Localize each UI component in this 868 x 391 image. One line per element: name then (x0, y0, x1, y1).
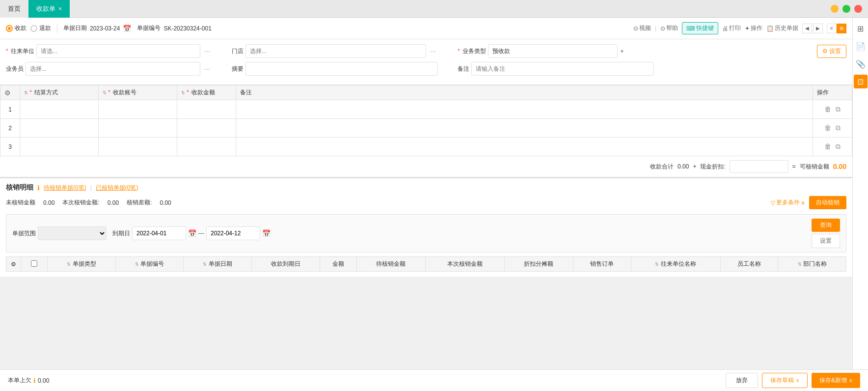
window-controls (831, 5, 868, 13)
done-tab[interactable]: 已核销单据(0笔) (96, 184, 138, 192)
row-amount-2[interactable] (177, 119, 236, 138)
select-all-checkbox[interactable] (31, 260, 37, 267)
range-select[interactable] (38, 226, 107, 240)
tab-close-icon[interactable]: × (58, 5, 62, 12)
auto-verify-button[interactable]: 自动核销 (809, 196, 846, 209)
date-from-calendar[interactable]: 📅 (188, 229, 196, 237)
row-settle-2[interactable] (20, 119, 99, 138)
date-field: 单据日期 2023-03-24 📅 (63, 24, 131, 32)
th-partner-name: ⇅ 往来单位名称 (631, 257, 720, 272)
row-copy-icon-1[interactable]: ⧉ (836, 105, 841, 113)
table-gear-icon[interactable]: ⚙ (4, 89, 11, 97)
verify-label: 可核销金额 (800, 163, 829, 171)
minimize-button[interactable] (831, 5, 839, 13)
date-from-input[interactable] (132, 226, 186, 240)
row-note-1[interactable] (236, 100, 813, 119)
date-range-field: 到期日 📅 — 📅 (112, 226, 271, 240)
history-link[interactable]: 📋 历史单据 (766, 24, 798, 32)
filter-settings-button[interactable]: 设置 (812, 234, 840, 248)
staff-field: 业务员 ··· (6, 62, 212, 76)
row-delete-icon-2[interactable]: 🗑 (824, 124, 831, 132)
settings-button[interactable]: ⚙ 设置 (817, 45, 846, 58)
receipt-table: ⚙ ⇅ * 结算方式 ⇅ * 收款账号 ⇅ * 收款 (0, 85, 852, 156)
row-settle-1[interactable] (20, 100, 99, 119)
th-amount: ⇅ * 收款金额 (177, 85, 236, 100)
date-to-calendar[interactable]: 📅 (262, 229, 271, 237)
tab-home[interactable]: 首页 (0, 0, 28, 18)
row-amount-3[interactable] (177, 138, 236, 156)
sidebar-capture-icon[interactable]: ⊡ (854, 75, 868, 88)
radio-refund[interactable]: 退款 (30, 24, 51, 32)
store-more-btn[interactable]: ··· (428, 47, 438, 55)
th-discount: 折扣分摊额 (504, 257, 573, 272)
partner-input[interactable] (36, 44, 200, 58)
biztype-chevron[interactable]: ▼ (620, 49, 624, 54)
date-to-input[interactable] (206, 226, 260, 240)
row-note-3[interactable] (236, 138, 813, 156)
row-note-2[interactable] (236, 119, 813, 138)
summary-label: 摘要 (232, 65, 244, 73)
biztype-field: * 业务类型 ▼ (458, 44, 624, 58)
gear-icon-bottom[interactable]: ⚙ (11, 261, 16, 268)
sidebar-clip-icon[interactable]: 📎 (854, 57, 868, 71)
summary-input[interactable] (245, 62, 438, 76)
pending-tab[interactable]: 待核销单据(0笔) (44, 184, 86, 192)
date-value: 2023-03-24 (90, 25, 120, 32)
biztype-label: * 业务类型 (458, 47, 486, 56)
th-ops: 操作 (813, 85, 852, 100)
receipt-table-section: ⚙ ⇅ * 结算方式 ⇅ * 收款账号 ⇅ * 收款 (0, 85, 852, 178)
store-field: 门店 ··· (232, 44, 438, 58)
row-account-3[interactable] (99, 138, 177, 156)
diff-value: 0.00 (160, 199, 171, 206)
date-calendar-icon[interactable]: 📅 (123, 25, 131, 32)
tab-receipt-label: 收款单 (36, 4, 55, 13)
row-ops-3: 🗑 ⧉ (813, 138, 852, 156)
table-row: 2 🗑 ⧉ (0, 119, 852, 138)
staff-more-btn[interactable]: ··· (202, 65, 212, 73)
sidebar-doc-icon[interactable]: 📄 (854, 39, 868, 53)
help-link[interactable]: ⊙ 帮助 (660, 24, 678, 32)
remark-input[interactable] (471, 62, 654, 76)
row-num-1: 1 (0, 100, 20, 119)
chevron-up-icon: ∧ (801, 199, 805, 206)
row-amount-1[interactable] (177, 100, 236, 119)
sidebar-table-icon[interactable]: ⊞ (854, 22, 868, 35)
nav-prev[interactable]: ◀ (802, 24, 812, 33)
tab-receipt[interactable]: 收款单 × (28, 0, 70, 18)
row-settle-3[interactable] (20, 138, 99, 156)
radio-receipt-circle (6, 25, 13, 32)
row-account-2[interactable] (99, 119, 177, 138)
info-icon[interactable]: ℹ (37, 184, 40, 192)
discount-input[interactable] (730, 160, 788, 173)
video-link[interactable]: ⊙ 视频 (633, 24, 651, 32)
remark-label: 备注 (458, 65, 469, 73)
print-link[interactable]: 🖨 打印 (722, 24, 741, 32)
type-radio-group: 收款 退款 (6, 24, 51, 32)
row-delete-icon-3[interactable]: 🗑 (824, 142, 831, 150)
more-conditions-btn[interactable]: ▽ 更多条件 ∧ (771, 198, 805, 207)
nav-next[interactable]: ▶ (813, 24, 823, 33)
biztype-input[interactable] (488, 44, 618, 58)
th-due-date: 收款到期日 (251, 257, 320, 272)
row-delete-icon-1[interactable]: 🗑 (824, 105, 831, 113)
layout-grid[interactable]: ⊞ (837, 24, 846, 33)
docno-value: SK-20230324-001 (163, 25, 211, 32)
row-copy-icon-2[interactable]: ⧉ (836, 124, 841, 132)
partner-more-btn[interactable]: ··· (202, 47, 212, 55)
close-button[interactable] (854, 5, 862, 13)
row-copy-icon-3[interactable]: ⧉ (836, 142, 841, 150)
ops-link[interactable]: ✦ 操作 (745, 24, 762, 32)
row-account-1[interactable] (99, 100, 177, 119)
store-input[interactable] (245, 44, 426, 58)
staff-input[interactable] (26, 62, 200, 76)
layout-list[interactable]: ≡ (827, 24, 837, 33)
unchecked-label: 未核销金额 (6, 198, 35, 207)
partner-label: * 往来单位 (6, 47, 34, 56)
right-sidebar: ⊞ 📄 📎 ⊡ (852, 18, 868, 369)
maximize-button[interactable] (842, 5, 850, 13)
summary-row: 收款合计 0.00 + 现金折扣: = 可核销金额 0.00 (0, 156, 852, 178)
radio-receipt[interactable]: 收款 (6, 24, 27, 32)
verify-table-header: ⚙ ⇅ 单据类型 ⇅ 单据编号 ⇅ 单据日期 (6, 257, 846, 272)
query-button[interactable]: 查询 (812, 219, 840, 232)
shortcut-btn[interactable]: ⌨ 快捷键 (682, 22, 718, 34)
